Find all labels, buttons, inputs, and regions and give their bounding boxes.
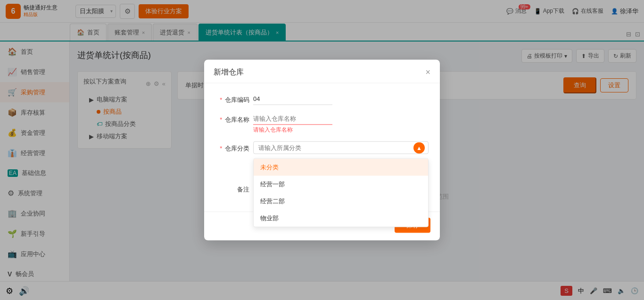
code-input-wrap bbox=[253, 93, 429, 105]
category-row: * 仓库分类 ▲ 未分类 经营一部 经营二部 物业部 bbox=[215, 142, 429, 154]
name-label: * 仓库名称 bbox=[215, 113, 253, 124]
category-select-wrap: ▲ 未分类 经营一部 经营二部 物业部 bbox=[253, 142, 429, 154]
code-input[interactable] bbox=[253, 93, 332, 105]
name-error-msg: 请输入仓库名称 bbox=[253, 126, 429, 134]
dropdown-item-uncategorized[interactable]: 未分类 bbox=[254, 159, 428, 176]
dialog-header: 新增仓库 × bbox=[204, 60, 440, 83]
select-up-icon[interactable]: ▲ bbox=[413, 142, 425, 153]
category-input[interactable] bbox=[253, 142, 429, 154]
note-label: 备注 bbox=[215, 183, 253, 194]
dialog-title: 新增仓库 bbox=[214, 67, 244, 77]
dialog-body: * 仓库编码 * 仓库名称 请输入仓库名称 * 仓库分类 bbox=[204, 83, 440, 212]
dropdown-item-dept2[interactable]: 经营二部 bbox=[254, 193, 428, 210]
name-input-wrap: 请输入仓库名称 bbox=[253, 113, 429, 134]
add-warehouse-dialog: 新增仓库 × * 仓库编码 * 仓库名称 请输入仓库名称 bbox=[204, 60, 440, 241]
category-label: * 仓库分类 bbox=[215, 142, 253, 153]
name-row: * 仓库名称 请输入仓库名称 bbox=[215, 113, 429, 134]
name-input[interactable] bbox=[253, 113, 332, 125]
dropdown-item-property[interactable]: 物业部 bbox=[254, 210, 428, 227]
code-label: * 仓库编码 bbox=[215, 93, 253, 104]
code-row: * 仓库编码 bbox=[215, 93, 429, 105]
dialog-close-button[interactable]: × bbox=[425, 67, 430, 77]
category-dropdown: 未分类 经营一部 经营二部 物业部 bbox=[253, 158, 429, 227]
dropdown-item-dept1[interactable]: 经营一部 bbox=[254, 176, 428, 193]
